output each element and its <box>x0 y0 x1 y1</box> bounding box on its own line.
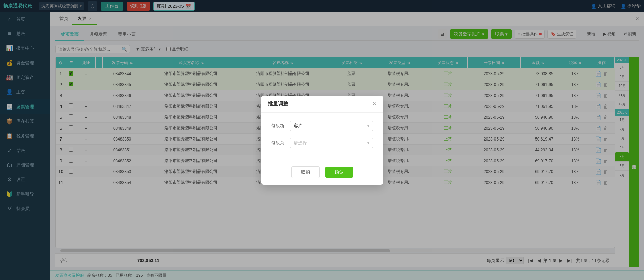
cancel-button[interactable]: 取消 <box>291 166 320 178</box>
modal-footer: 取消 确认 <box>261 163 383 185</box>
modify-to-select[interactable]: 请选择 ▾ <box>290 138 373 148</box>
modal-body: 修改项 客户 ▾ 修改为 请选择 ▾ <box>261 113 383 163</box>
modify-to-label: 修改为 <box>271 140 290 146</box>
modify-field-select[interactable]: 客户 ▾ <box>290 121 373 131</box>
modify-field-label: 修改项 <box>271 123 290 129</box>
modify-field-value: 客户 <box>294 123 302 129</box>
modal-header: 批量调整 × <box>261 96 383 113</box>
modal-close-button[interactable]: × <box>373 100 377 108</box>
modal-title: 批量调整 <box>268 101 288 107</box>
modify-to-dropdown-arrow: ▾ <box>367 141 369 145</box>
batch-adjust-modal: 批量调整 × 修改项 客户 ▾ 修改为 请选择 ▾ 取消 确认 <box>261 96 383 185</box>
modify-to-placeholder: 请选择 <box>294 140 307 146</box>
modal-overlay[interactable]: 批量调整 × 修改项 客户 ▾ 修改为 请选择 ▾ 取消 确认 <box>0 0 644 280</box>
modify-field-row: 修改项 客户 ▾ <box>271 121 373 131</box>
confirm-button[interactable]: 确认 <box>325 167 353 178</box>
modify-to-row: 修改为 请选择 ▾ <box>271 138 373 148</box>
modify-field-dropdown-arrow: ▾ <box>367 123 369 128</box>
